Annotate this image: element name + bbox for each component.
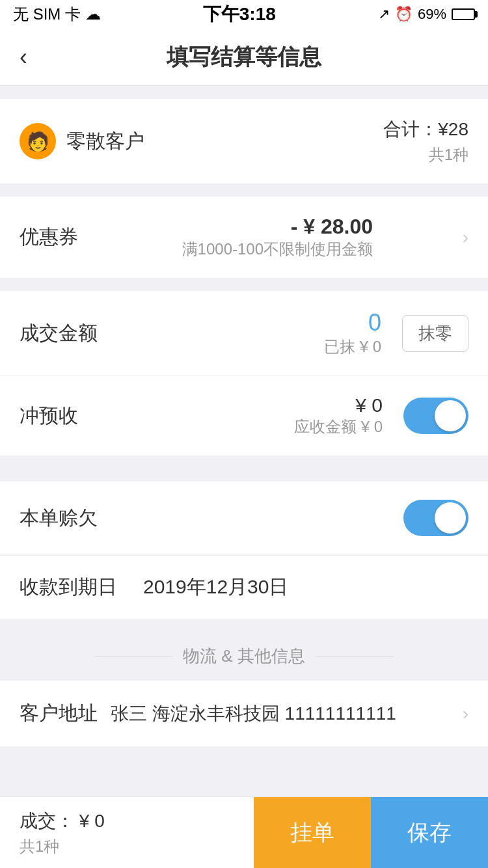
- logistics-header: 物流 & 其他信息: [0, 632, 488, 681]
- credit-section: 本单赊欠 收款到期日 2019年12月30日: [0, 481, 488, 619]
- coupon-section: 优惠券 - ¥ 28.00 满1000-100不限制使用金额 ›: [0, 197, 488, 278]
- address-chevron-icon: ›: [463, 703, 468, 724]
- coupon-row[interactable]: 优惠券 - ¥ 28.00 满1000-100不限制使用金额 ›: [0, 197, 488, 278]
- coupon-right: - ¥ 28.00 满1000-100不限制使用金额: [182, 215, 373, 260]
- coupon-sub: 满1000-100不限制使用金额: [182, 239, 373, 260]
- due-date-value: 2019年12月30日: [143, 574, 288, 601]
- page-title: 填写结算等信息: [167, 42, 321, 72]
- status-bar: 无 SIM 卡 ☁ 下午3:18 ↗ ⏰ 69%: [0, 0, 488, 29]
- bottom-bar: 成交： ¥ 0 共1种 挂单 保存: [0, 796, 488, 868]
- customer-left: 🧑 零散客户: [20, 123, 144, 159]
- prepaid-label: 冲预收: [20, 403, 98, 429]
- save-button[interactable]: 保存: [371, 797, 488, 869]
- customer-total: 合计：¥28: [383, 117, 468, 142]
- divider-2: [0, 278, 488, 291]
- prepaid-amounts: ¥ 0 应收金额 ¥ 0: [294, 394, 383, 437]
- alarm-icon: ⏰: [395, 6, 413, 23]
- status-right: ↗ ⏰ 69%: [378, 6, 475, 23]
- status-time: 下午3:18: [203, 2, 276, 27]
- sim-status: 无 SIM 卡 ☁: [13, 4, 101, 25]
- bottom-info: 成交： ¥ 0 共1种: [0, 809, 254, 857]
- address-section[interactable]: 客户地址 张三 海淀永丰科技园 11111111111 ›: [0, 681, 488, 746]
- back-button[interactable]: ‹: [20, 37, 34, 77]
- address-value: 张三 海淀永丰科技园 11111111111: [111, 701, 457, 726]
- coupon-value: - ¥ 28.00: [291, 215, 373, 239]
- transaction-right: 0 已抹 ¥ 0 抹零: [98, 309, 468, 357]
- divider-3: [0, 455, 488, 468]
- deal-label: 成交：: [20, 811, 74, 831]
- prepaid-amount: ¥ 0: [294, 394, 383, 416]
- bottom-count: 共1种: [20, 836, 234, 857]
- content-area: 🧑 零散客户 合计：¥28 共1种 优惠券 - ¥ 28.00 满1000-10…: [0, 99, 488, 824]
- customer-totals: 合计：¥28 共1种: [383, 117, 468, 165]
- prepaid-right: ¥ 0 应收金额 ¥ 0: [98, 394, 468, 437]
- amount-group: 0 已抹 ¥ 0: [324, 309, 381, 357]
- credit-label: 本单赊欠: [20, 505, 98, 532]
- battery-icon: [452, 8, 475, 20]
- due-date-label: 收款到期日: [20, 574, 117, 601]
- location-icon: ↗: [378, 6, 390, 23]
- credit-row: 本单赊欠: [0, 481, 488, 555]
- customer-name: 零散客户: [66, 128, 144, 155]
- avatar: 🧑: [20, 123, 56, 159]
- toggle-knob: [435, 400, 466, 431]
- transaction-sub: 已抹 ¥ 0: [324, 336, 381, 357]
- transaction-amount[interactable]: 0: [368, 309, 381, 336]
- nav-bar: ‹ 填写结算等信息: [0, 29, 488, 86]
- logistics-label: 物流 & 其他信息: [183, 645, 305, 668]
- divider-1: [0, 183, 488, 197]
- address-row[interactable]: 客户地址 张三 海淀永丰科技园 11111111111 ›: [0, 681, 488, 746]
- customer-count: 共1种: [383, 144, 468, 165]
- round-button[interactable]: 抹零: [402, 315, 468, 352]
- status-left: 无 SIM 卡 ☁: [13, 4, 101, 25]
- transaction-label: 成交金额: [20, 320, 98, 347]
- credit-right: [98, 500, 468, 536]
- credit-toggle-knob: [435, 502, 466, 534]
- prepaid-toggle[interactable]: [403, 398, 468, 434]
- coupon-label: 优惠券: [20, 224, 98, 251]
- battery-percent: 69%: [418, 6, 446, 23]
- credit-toggle[interactable]: [403, 500, 468, 536]
- bottom-deal: 成交： ¥ 0: [20, 809, 234, 834]
- address-label: 客户地址: [20, 700, 98, 727]
- transaction-row: 成交金额 0 已抹 ¥ 0 抹零: [0, 291, 488, 376]
- logistics-section: 物流 & 其他信息: [0, 632, 488, 681]
- transaction-section: 成交金额 0 已抹 ¥ 0 抹零 冲预收 ¥ 0 应收金额 ¥ 0: [0, 291, 488, 455]
- prepaid-sub: 应收金额 ¥ 0: [294, 416, 383, 437]
- prepaid-row: 冲预收 ¥ 0 应收金额 ¥ 0: [0, 376, 488, 455]
- customer-section: 🧑 零散客户 合计：¥28 共1种: [0, 99, 488, 183]
- chevron-right-icon: ›: [463, 227, 468, 248]
- due-date-row: 收款到期日 2019年12月30日: [0, 555, 488, 619]
- hold-button[interactable]: 挂单: [254, 797, 371, 869]
- deal-amount: ¥ 0: [79, 811, 105, 831]
- avatar-icon: 🧑: [27, 131, 49, 152]
